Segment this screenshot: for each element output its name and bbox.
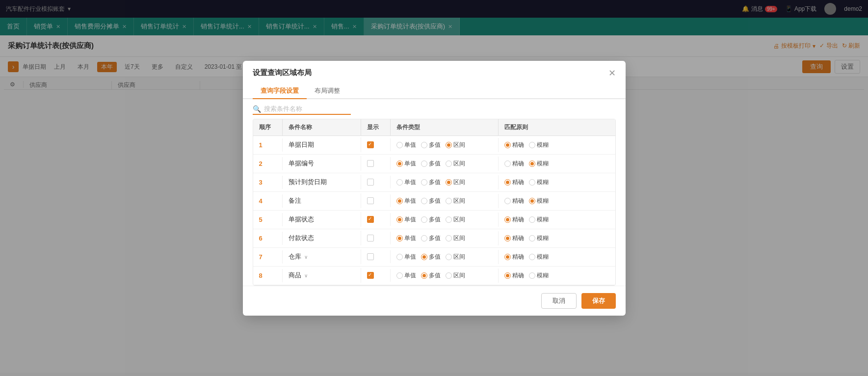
modal-overlay[interactable]: 设置查询区域布局 ✕ 查询字段设置 布局调整 🔍 顺序 条件名称: [0, 0, 868, 373]
match-fuzzy-8[interactable]: 模糊: [529, 271, 549, 280]
match-exact-1[interactable]: 精确: [504, 141, 524, 149]
type-range-3[interactable]: 区间: [446, 178, 465, 187]
match-exact-8[interactable]: 精确: [504, 271, 524, 280]
radio-single-dot-1: [396, 142, 403, 148]
cond-match-3: 精确 模糊: [499, 175, 597, 189]
cond-order-1: 1: [253, 138, 283, 152]
match-radio-group-1: 精确 模糊: [504, 141, 549, 149]
cond-display-3[interactable]: [361, 176, 391, 188]
cond-type-5: 单值 多值 区间: [391, 213, 499, 227]
cond-order-3: 3: [253, 176, 283, 189]
col-match-header: 匹配原则: [499, 119, 597, 135]
cond-order-8: 8: [253, 269, 283, 282]
condition-row: 2 单据编号 单值 多值 区间 精确 模糊: [253, 155, 615, 173]
condition-row: 3 预计到货日期 单值 多值 区间 精确 模糊: [253, 173, 615, 192]
cond-display-4[interactable]: [361, 194, 391, 207]
cond-name-2: 单据编号: [283, 156, 361, 171]
modal-footer: 取消 保存: [243, 286, 626, 316]
modal-tabs: 查询字段设置 布局调整: [243, 79, 626, 99]
cond-name-5: 单据状态: [283, 212, 361, 227]
cond-checkbox-5[interactable]: [367, 216, 374, 223]
cond-display-1[interactable]: [361, 138, 391, 151]
type-single-4[interactable]: 单值: [396, 197, 416, 205]
col-type-header: 条件类型: [391, 119, 499, 135]
col-name-header: 条件名称: [283, 119, 361, 135]
col-order-header: 顺序: [253, 119, 283, 135]
cond-display-6[interactable]: [361, 232, 391, 244]
match-fuzzy-3[interactable]: 模糊: [529, 178, 549, 187]
match-fuzzy-5[interactable]: 模糊: [529, 215, 549, 224]
type-range-8[interactable]: 区间: [446, 271, 465, 280]
match-exact-5[interactable]: 精确: [504, 215, 524, 224]
cond-name-1: 单据日期: [283, 137, 361, 152]
type-range-7[interactable]: 区间: [446, 253, 465, 261]
cond-checkbox-2[interactable]: [367, 160, 374, 167]
type-range-4[interactable]: 区间: [446, 197, 465, 205]
type-radio-group-1: 单值 多值 区间: [396, 141, 465, 149]
cond-order-2: 2: [253, 157, 283, 170]
cond-type-2: 单值 多值 区间: [391, 157, 499, 171]
type-single-5[interactable]: 单值: [396, 215, 416, 224]
search-input[interactable]: [264, 105, 347, 112]
type-single-3[interactable]: 单值: [396, 178, 416, 187]
match-exact-2[interactable]: 精确: [504, 160, 524, 168]
type-multi-8[interactable]: 多值: [421, 271, 441, 280]
type-range-5[interactable]: 区间: [446, 215, 465, 224]
modal-header: 设置查询区域布局 ✕: [243, 61, 626, 79]
type-single-8[interactable]: 单值: [396, 271, 416, 280]
cond-display-8[interactable]: [361, 269, 391, 282]
cond-type-3: 单值 多值 区间: [391, 175, 499, 189]
cond-type-8: 单值 多值 区间: [391, 269, 499, 283]
modal-title: 设置查询区域布局: [253, 68, 312, 78]
match-exact-4[interactable]: 精确: [504, 197, 524, 205]
cond-display-7[interactable]: [361, 250, 391, 263]
type-single-1[interactable]: 单值: [396, 141, 416, 149]
cond-display-5[interactable]: [361, 213, 391, 226]
type-multi-5[interactable]: 多值: [421, 215, 441, 224]
modal-tab-layout[interactable]: 布局调整: [307, 83, 348, 99]
type-range-2[interactable]: 区间: [446, 160, 465, 168]
match-exact-7[interactable]: 精确: [504, 253, 524, 261]
match-exact-6[interactable]: 精确: [504, 234, 524, 242]
cond-name-7: 仓库 ∨: [283, 249, 361, 264]
type-range-1[interactable]: 区间: [446, 141, 465, 149]
cond-checkbox-6[interactable]: [367, 235, 374, 242]
type-multi-4[interactable]: 多值: [421, 197, 441, 205]
cond-checkbox-7[interactable]: [367, 253, 374, 260]
condition-row: 1 单据日期 单值 多值 区间 精确 模糊: [253, 136, 615, 155]
cond-display-2[interactable]: [361, 157, 391, 170]
match-fuzzy-4[interactable]: 模糊: [529, 197, 549, 205]
cond-name-8: 商品 ∨: [283, 268, 361, 283]
cond-checkbox-8[interactable]: [367, 272, 374, 279]
save-button[interactable]: 保存: [581, 293, 616, 309]
type-multi-2[interactable]: 多值: [421, 160, 441, 168]
radio-exact-dot-1: [504, 142, 511, 148]
match-fuzzy-2[interactable]: 模糊: [529, 160, 549, 168]
cond-checkbox-1[interactable]: [367, 141, 374, 148]
type-single-2[interactable]: 单值: [396, 160, 416, 168]
conditions-table-header: 顺序 条件名称 显示 条件类型 匹配原则: [253, 119, 615, 136]
conditions-table: 顺序 条件名称 显示 条件类型 匹配原则 1 单据日期 单值 多值 区间: [253, 119, 616, 286]
modal-search-area: 🔍: [243, 99, 626, 119]
match-fuzzy-6[interactable]: 模糊: [529, 234, 549, 242]
type-single-7[interactable]: 单值: [396, 253, 416, 261]
cond-match-5: 精确 模糊: [499, 213, 597, 227]
type-multi-6[interactable]: 多值: [421, 234, 441, 242]
modal-close-button[interactable]: ✕: [608, 68, 616, 79]
match-fuzzy-1[interactable]: 模糊: [529, 141, 549, 149]
match-exact-3[interactable]: 精确: [504, 178, 524, 187]
radio-multi-dot-1: [421, 142, 427, 148]
type-multi-7[interactable]: 多值: [421, 253, 441, 261]
cond-order-7: 7: [253, 250, 283, 264]
modal-tab-query-fields[interactable]: 查询字段设置: [253, 83, 307, 99]
match-fuzzy-7[interactable]: 模糊: [529, 253, 549, 261]
type-multi-3[interactable]: 多值: [421, 178, 441, 187]
type-range-6[interactable]: 区间: [446, 234, 465, 242]
cancel-button[interactable]: 取消: [541, 293, 577, 309]
cond-checkbox-4[interactable]: [367, 197, 374, 204]
type-single-6[interactable]: 单值: [396, 234, 416, 242]
cond-checkbox-3[interactable]: [367, 179, 374, 186]
condition-row: 4 备注 单值 多值 区间 精确 模糊: [253, 192, 615, 211]
modal-tab-layout-label: 布局调整: [315, 87, 340, 94]
type-multi-1[interactable]: 多值: [421, 141, 441, 149]
